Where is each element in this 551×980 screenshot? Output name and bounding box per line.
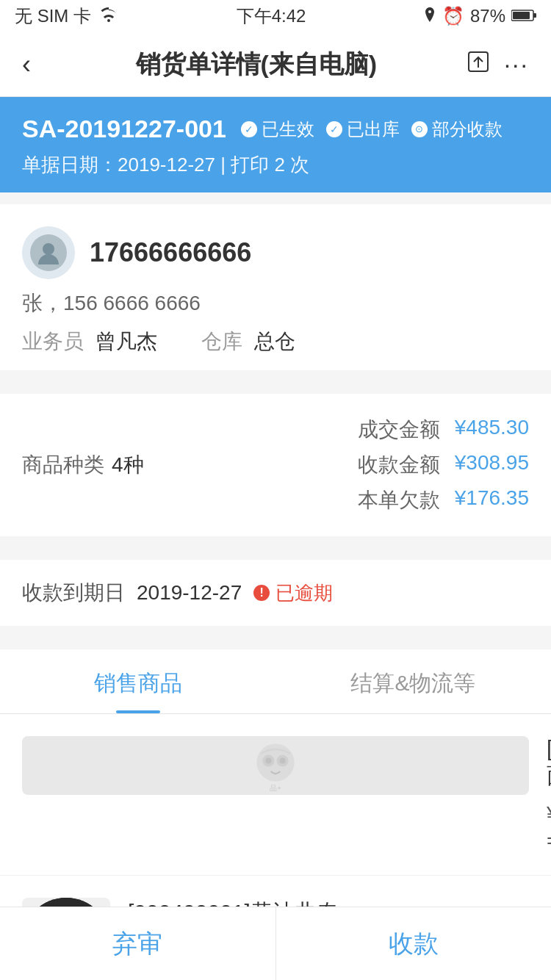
nav-bar: ‹ 销货单详情(来自电脑) ··· bbox=[0, 32, 551, 97]
divider-1 bbox=[0, 192, 551, 204]
sales-info: 业务员 曾凡杰 bbox=[22, 328, 157, 356]
product-types: 商品种类 4种 bbox=[22, 451, 144, 479]
warehouse-info: 仓库 总仓 bbox=[201, 328, 295, 356]
summary-left: 商品种类 4种 bbox=[22, 416, 144, 514]
badge-shipped: ✓ 已出库 bbox=[326, 118, 400, 141]
badge-partial: ⊙ 部分收款 bbox=[411, 118, 503, 141]
status-bar: 无 SIM 卡 下午4:42 ⏰ 87% bbox=[0, 0, 551, 32]
product-thumb-bread: 品+ bbox=[22, 736, 529, 795]
divider-3 bbox=[0, 548, 551, 560]
sales-label: 业务员 bbox=[22, 328, 84, 356]
back-button[interactable]: ‹ bbox=[22, 42, 46, 87]
overdue-section: 收款到期日 2019-12-27 ! 已逾期 bbox=[0, 560, 551, 626]
location-icon bbox=[423, 6, 436, 26]
product-price-bread: ¥40 x 5 袋 = ¥199.99 bbox=[547, 800, 551, 853]
share-icon[interactable] bbox=[467, 51, 489, 78]
order-id: SA-20191227-001 bbox=[22, 115, 226, 143]
summary-right: 成交金额 ¥485.30 收款金额 ¥308.95 本单欠款 ¥176.35 bbox=[358, 416, 529, 514]
total-amount-label: 成交金额 bbox=[358, 416, 440, 444]
status-right: ⏰ 87% bbox=[423, 6, 536, 26]
svg-point-8 bbox=[265, 758, 271, 764]
customer-row: 17666666666 bbox=[22, 226, 529, 279]
abandon-review-button[interactable]: 弃审 bbox=[0, 907, 276, 980]
badge-active: ✓ 已生效 bbox=[241, 118, 314, 141]
svg-point-9 bbox=[280, 758, 286, 764]
total-amount-value: ¥485.30 bbox=[455, 416, 529, 444]
received-row: 收款金额 ¥308.95 bbox=[358, 451, 529, 479]
tab-settlement-logistics[interactable]: 结算&物流等 bbox=[276, 649, 551, 713]
product-item-bread: 品+ [0000002]面包 ¥40 x 5 袋 = ¥199.99 bbox=[0, 714, 551, 876]
divider-4 bbox=[0, 638, 551, 649]
summary-inner: 商品种类 4种 成交金额 ¥485.30 收款金额 ¥308.95 本单欠款 ¥… bbox=[22, 416, 529, 514]
product-info-bread: [0000002]面包 ¥40 x 5 袋 = ¥199.99 bbox=[547, 736, 551, 853]
overdue-badge-text: 已逾期 bbox=[276, 580, 333, 606]
avatar-icon bbox=[30, 234, 67, 271]
order-id-row: SA-20191227-001 ✓ 已生效 ✓ 已出库 ⊙ 部分收款 bbox=[22, 115, 529, 143]
svg-point-4 bbox=[43, 243, 54, 255]
time-display: 下午4:42 bbox=[237, 4, 306, 28]
product-name-bread: [0000002]面包 bbox=[547, 736, 551, 791]
warehouse-label: 仓库 bbox=[201, 328, 242, 356]
debt-label: 本单欠款 bbox=[358, 486, 440, 514]
warehouse-name: 总仓 bbox=[254, 328, 295, 356]
status-left: 无 SIM 卡 bbox=[15, 4, 119, 28]
clock-icon: ⊙ bbox=[411, 121, 428, 137]
product-count: 4种 bbox=[112, 451, 144, 479]
alarm-icon: ⏰ bbox=[442, 6, 464, 26]
overdue-badge: ! 已逾期 bbox=[253, 580, 333, 606]
collect-payment-button[interactable]: 收款 bbox=[276, 907, 552, 980]
product-type-label: 商品种类 bbox=[22, 451, 104, 479]
customer-meta: 业务员 曾凡杰 仓库 总仓 bbox=[22, 328, 529, 356]
overdue-dot-icon: ! bbox=[253, 585, 270, 601]
wifi-icon bbox=[98, 6, 119, 26]
bottom-bar: 弃审 收款 bbox=[0, 907, 551, 980]
nav-actions: ··· bbox=[467, 50, 529, 79]
overdue-label: 收款到期日 bbox=[22, 579, 125, 607]
battery-text: 87% bbox=[470, 6, 505, 26]
check-icon-2: ✓ bbox=[326, 121, 342, 137]
order-header: SA-20191227-001 ✓ 已生效 ✓ 已出库 ⊙ 部分收款 单据日期：… bbox=[0, 97, 551, 192]
battery-icon bbox=[511, 6, 536, 26]
debt-row: 本单欠款 ¥176.35 bbox=[358, 486, 529, 514]
tabs-bar: 销售商品 结算&物流等 bbox=[0, 649, 551, 714]
more-icon[interactable]: ··· bbox=[504, 50, 529, 79]
debt-value: ¥176.35 bbox=[455, 486, 529, 514]
svg-text:品+: 品+ bbox=[270, 784, 281, 792]
summary-section: 商品种类 4种 成交金额 ¥485.30 收款金额 ¥308.95 本单欠款 ¥… bbox=[0, 394, 551, 536]
order-date: 单据日期：2019-12-27 | 打印 2 次 bbox=[22, 152, 529, 178]
svg-rect-1 bbox=[533, 13, 536, 18]
divider-2 bbox=[0, 382, 551, 394]
sales-name: 曾凡杰 bbox=[96, 328, 157, 356]
received-label: 收款金额 bbox=[358, 451, 440, 479]
received-value: ¥308.95 bbox=[455, 451, 529, 479]
customer-info: 张，156 6666 6666 bbox=[22, 289, 529, 317]
avatar bbox=[22, 226, 75, 279]
customer-name: 17666666666 bbox=[90, 237, 251, 268]
page-title: 销货单详情(来自电脑) bbox=[46, 48, 467, 82]
tab-sales-products[interactable]: 销售商品 bbox=[0, 649, 276, 713]
svg-rect-2 bbox=[513, 12, 530, 19]
check-icon-1: ✓ bbox=[241, 121, 257, 137]
carrier-text: 无 SIM 卡 bbox=[15, 4, 91, 28]
customer-section: 17666666666 张，156 6666 6666 业务员 曾凡杰 仓库 总… bbox=[0, 204, 551, 370]
tabs-section: 销售商品 结算&物流等 bbox=[0, 649, 551, 714]
overdue-date: 2019-12-27 bbox=[137, 581, 242, 605]
status-badges: ✓ 已生效 ✓ 已出库 ⊙ 部分收款 bbox=[241, 118, 503, 141]
total-amount-row: 成交金额 ¥485.30 bbox=[358, 416, 529, 444]
